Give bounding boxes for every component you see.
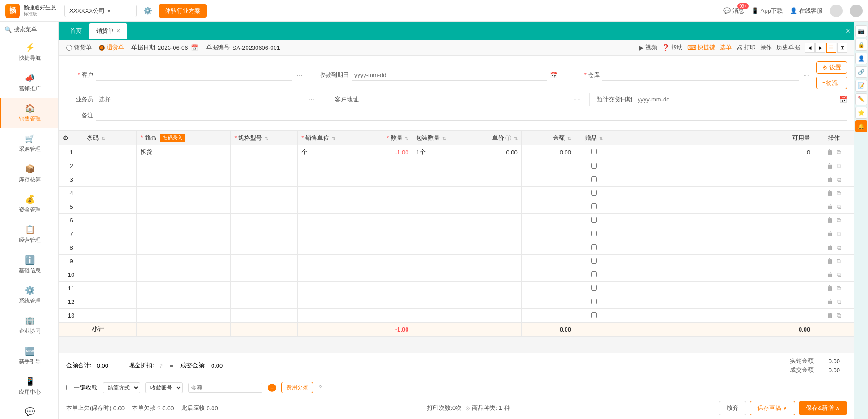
this-order-amount-question[interactable]: ?	[157, 405, 160, 412]
row-gift[interactable]	[575, 145, 613, 159]
one-click-payment-checkbox[interactable]: 一键收款	[66, 384, 97, 392]
row-gift[interactable]	[575, 187, 613, 200]
right-panel-note[interactable]: 📝	[855, 80, 867, 92]
right-panel-link[interactable]: 🔗	[855, 66, 867, 78]
history-action[interactable]: 历史单据	[776, 43, 800, 52]
row-product[interactable]	[137, 268, 231, 282]
delete-icon[interactable]: 🗑	[827, 217, 833, 224]
row-spec[interactable]	[231, 309, 298, 323]
row-ops[interactable]: 🗑 ⧉	[814, 241, 854, 255]
customer-dots-icon[interactable]: ···	[295, 71, 304, 79]
row-amount[interactable]	[521, 255, 575, 268]
delete-icon[interactable]: 🗑	[827, 312, 833, 319]
row-product[interactable]: 拆货	[137, 145, 231, 159]
row-ops[interactable]: 🗑 ⧉	[814, 173, 854, 187]
row-product[interactable]	[137, 241, 231, 255]
copy-icon[interactable]: ⧉	[837, 312, 841, 319]
sidebar-item-purchase[interactable]: 🛒 采购管理	[0, 128, 58, 159]
delete-icon[interactable]: 🗑	[827, 149, 833, 156]
th-settings[interactable]: ⚙	[59, 131, 83, 145]
row-amount[interactable]	[521, 200, 575, 214]
row-spec[interactable]	[231, 282, 298, 295]
copy-icon[interactable]: ⧉	[837, 271, 841, 278]
row-gift[interactable]	[575, 268, 613, 282]
row-barcode[interactable]	[83, 295, 137, 309]
expected-date-calendar-icon[interactable]: 📅	[839, 96, 847, 103]
row-gift[interactable]	[575, 173, 613, 187]
row-ops[interactable]: 🗑 ⧉	[814, 159, 854, 173]
sidebar-item-operations[interactable]: 📋 经营管理	[0, 219, 58, 250]
row-spec[interactable]	[231, 295, 298, 309]
row-barcode[interactable]	[83, 255, 137, 268]
row-barcode[interactable]	[83, 200, 137, 214]
row-price[interactable]	[468, 255, 521, 268]
radio-sales-order[interactable]: 销货单	[66, 43, 92, 52]
row-price[interactable]	[468, 268, 521, 282]
row-qty[interactable]: -1.00	[359, 145, 412, 159]
row-qty[interactable]	[359, 214, 412, 227]
row-product[interactable]	[137, 187, 231, 200]
row-spec[interactable]	[231, 173, 298, 187]
row-qty[interactable]	[359, 241, 412, 255]
row-qty[interactable]	[359, 200, 412, 214]
row-ops[interactable]: 🗑 ⧉	[814, 200, 854, 214]
row-gift[interactable]	[575, 200, 613, 214]
row-ops[interactable]: 🗑 ⧉	[814, 309, 854, 323]
print-action[interactable]: 🖨 打印	[736, 43, 756, 52]
warehouse-dots-icon[interactable]: ···	[801, 71, 811, 79]
row-barcode[interactable]	[83, 145, 137, 159]
row-price[interactable]	[468, 214, 521, 227]
price-info-icon[interactable]: ⓘ	[505, 135, 511, 141]
right-panel-user[interactable]: 👤	[855, 53, 867, 64]
delete-icon[interactable]: 🗑	[827, 162, 833, 169]
select-action[interactable]: 选单	[720, 43, 732, 52]
copy-icon[interactable]: ⧉	[837, 217, 841, 224]
sidebar-search[interactable]: 🔍 搜索菜单	[0, 22, 58, 37]
copy-icon[interactable]: ⧉	[837, 230, 841, 237]
sidebar-item-quick-nav[interactable]: ⚡ 快捷导航	[0, 37, 58, 67]
app-download-button[interactable]: 📱 App下载	[752, 7, 783, 15]
payment-method-select[interactable]: 结算方式	[103, 382, 140, 393]
copy-icon[interactable]: ⧉	[837, 244, 841, 251]
row-amount[interactable]	[521, 227, 575, 241]
sidebar-item-inventory[interactable]: 📦 库存核算	[0, 159, 58, 189]
pkg-sort-icon[interactable]: ⇅	[442, 136, 446, 141]
sidebar-item-finance[interactable]: 💰 资金管理	[0, 189, 58, 219]
row-product[interactable]	[137, 255, 231, 268]
copy-icon[interactable]: ⧉	[837, 149, 841, 156]
operate-action[interactable]: 操作	[760, 43, 772, 52]
row-ops[interactable]: 🗑 ⧉	[814, 255, 854, 268]
customer-input[interactable]	[96, 70, 292, 81]
tab-close-icon[interactable]: ×	[116, 27, 120, 34]
row-price[interactable]	[468, 227, 521, 241]
row-amount[interactable]	[521, 173, 575, 187]
copy-icon[interactable]: ⧉	[837, 298, 841, 305]
row-gift[interactable]	[575, 241, 613, 255]
row-ops[interactable]: 🗑 ⧉	[814, 187, 854, 200]
row-spec[interactable]	[231, 268, 298, 282]
flow-action-button[interactable]: +物流	[816, 77, 847, 89]
copy-icon[interactable]: ⧉	[837, 162, 841, 169]
sidebar-item-cooperation[interactable]: 🏢 企业协同	[0, 310, 58, 341]
customer-address-input[interactable]	[361, 94, 569, 105]
row-barcode[interactable]	[83, 173, 137, 187]
right-panel-edit[interactable]: ✏️	[855, 93, 867, 105]
row-product[interactable]	[137, 309, 231, 323]
delete-icon[interactable]: 🗑	[827, 189, 833, 197]
add-payment-button[interactable]: +	[268, 384, 276, 392]
messages-button[interactable]: 💬 消息 99+	[723, 7, 744, 15]
row-qty[interactable]	[359, 173, 412, 187]
tab-sales-order[interactable]: 销货单 ×	[89, 23, 127, 39]
sidebar-item-system[interactable]: ⚙️ 系统管理	[0, 280, 58, 310]
row-price[interactable]	[468, 309, 521, 323]
delete-icon[interactable]: 🗑	[827, 176, 833, 183]
goods-type-icon[interactable]: ⊙	[465, 405, 470, 412]
cash-discount-question[interactable]: ?	[160, 362, 163, 369]
row-spec[interactable]	[231, 227, 298, 241]
delete-icon[interactable]: 🗑	[827, 257, 833, 265]
tab-home[interactable]: 首页	[63, 23, 89, 39]
row-qty[interactable]	[359, 227, 412, 241]
row-product[interactable]	[137, 173, 231, 187]
row-amount[interactable]	[521, 309, 575, 323]
scan-button[interactable]: 扫码录入	[160, 134, 185, 142]
